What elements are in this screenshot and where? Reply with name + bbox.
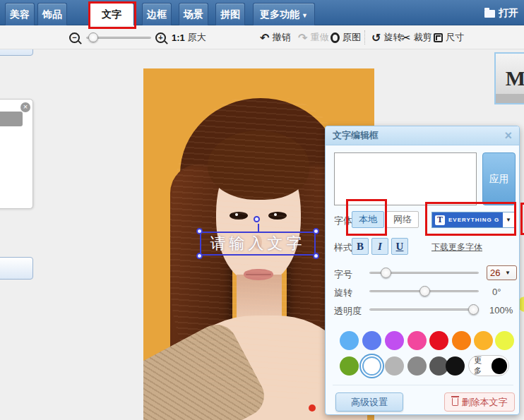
color-swatch[interactable] [446,356,465,376]
undo-button[interactable]: ↶ 撤销 [260,25,290,49]
font-dropdown-selection: T EVERYTHING G [432,212,503,227]
open-label: 打开 [499,7,518,20]
panel-header[interactable]: 文字编辑框 × [326,126,519,145]
color-swatch[interactable] [385,356,404,376]
tab-collage[interactable]: 拼图 [215,3,245,25]
tab-more-features[interactable]: 更多功能▼ [253,3,315,25]
original-label: 原图 [343,31,361,44]
resize-button[interactable]: 尺寸 [434,25,464,49]
color-swatch[interactable] [495,331,514,350]
chevron-down-icon: ▼ [302,12,308,19]
rotation-value: 0° [492,287,501,297]
trash-icon [452,398,458,406]
color-swatch[interactable] [407,331,427,350]
color-swatch[interactable] [385,331,404,350]
resize-handle-bl[interactable] [196,253,203,259]
original-icon [331,32,340,43]
undo-icon: ↶ [260,31,269,44]
text-edit-panel: 文字编辑框 × 应用 字体 本地 网络 T EVERYTHING G ▼ 样式 … [325,126,520,415]
opacity-slider[interactable] [369,308,479,311]
close-icon[interactable]: × [504,130,512,141]
redo-button[interactable]: ↷ 重做 [298,25,328,49]
panel-title: 文字编辑框 [333,129,504,142]
opacity-thumb[interactable] [468,304,479,315]
top-tab-bar: 美容 饰品 文字 边框 场景 拼图 更多功能▼ 打开 [0,0,524,25]
left-sidebar-button-bottom[interactable] [0,257,33,280]
color-swatch-selected[interactable] [362,356,381,376]
download-fonts-link[interactable]: 下载更多字体 [431,241,482,253]
underline-button[interactable]: U [391,238,408,255]
annotation-box-edge-fragment [520,203,524,235]
close-icon[interactable]: × [20,102,30,112]
bold-button[interactable]: B [352,238,369,255]
folder-icon [484,10,495,18]
more-colors-button[interactable]: 更多 [468,355,509,376]
font-size-label: 字号 [334,268,352,281]
italic-button[interactable]: I [371,238,388,255]
tab-text[interactable]: 文字 [89,3,134,25]
color-swatch[interactable] [362,331,381,350]
rotation-label: 旋转 [334,287,352,299]
opacity-label: 透明度 [334,305,362,318]
card-swatch[interactable] [0,112,23,126]
opacity-value: 100% [489,305,513,316]
zoom-slider[interactable] [86,37,151,39]
text-input[interactable] [334,152,477,205]
tab-decor[interactable]: 饰品 [37,3,67,25]
color-swatch[interactable] [429,331,448,350]
tab-border[interactable]: 边框 [142,3,172,25]
font-size-thumb[interactable] [381,268,391,278]
redo-label: 重做 [310,31,328,44]
crop-label: 裁剪 [413,31,431,44]
font-preview-tile[interactable]: M [494,52,524,104]
rotate-button[interactable]: ↺ 旋转 [371,25,402,49]
color-swatch[interactable] [407,356,427,376]
zoom-actual-label: 原大 [188,31,206,44]
tab-scene[interactable]: 场景 [179,3,208,25]
color-swatch[interactable] [340,356,359,376]
apply-button[interactable]: 应用 [482,152,516,205]
zoom-in-button[interactable]: + [155,25,166,49]
app-window: 美容 饰品 文字 边框 场景 拼图 更多功能▼ 打开 − + 1:1 原大 ↶ … [0,0,524,420]
text-overlay-selection[interactable]: 请输入文字 [200,232,316,256]
zoom-actual-button[interactable]: 1:1 原大 [172,25,206,49]
color-swatch[interactable] [340,331,359,350]
original-image-button[interactable]: 原图 [331,25,361,49]
rotation-stem [258,224,259,233]
undo-label: 撤销 [272,31,290,44]
font-size-dropdown[interactable]: 26 ▼ [487,265,517,280]
zoom-in-icon: + [155,32,166,43]
rotation-slider[interactable] [369,290,479,292]
style-label: 样式 [334,241,352,254]
resize-label: 尺寸 [446,31,464,44]
rotation-thumb[interactable] [419,286,430,296]
advanced-settings-button[interactable]: 高级设置 [335,392,403,412]
text-overlay[interactable]: 请输入文字 [201,233,314,254]
zoom-out-icon: − [69,32,80,43]
delete-text-label: 删除本文字 [462,396,508,409]
delete-text-button[interactable]: 删除本文字 [444,392,515,412]
color-swatch[interactable] [474,331,493,350]
font-local-button[interactable]: 本地 [352,211,384,228]
left-sidebar-card: × [0,99,33,209]
font-dropdown[interactable]: T EVERYTHING G ▼ [431,212,515,228]
zoom-out-button[interactable]: − [69,25,80,49]
crop-button[interactable]: ✂ 裁剪 [401,25,431,49]
font-label: 字体 [334,215,352,227]
rotate-handle[interactable] [254,216,260,222]
open-button[interactable]: 打开 [482,5,521,22]
chevron-down-icon: ▼ [502,270,513,276]
color-swatch[interactable] [452,331,471,350]
rotate-label: 旋转 [383,31,402,44]
font-size-slider[interactable] [369,272,479,274]
font-network-button[interactable]: 网络 [386,211,419,228]
more-colors-dot [492,358,507,374]
resize-handle-br[interactable] [313,253,319,259]
zoom-ratio: 1:1 [172,32,185,43]
more-colors-label: 更多 [474,355,489,376]
chevron-down-icon[interactable]: ▼ [503,217,514,223]
resize-handle-tl[interactable] [196,228,203,234]
resize-handle-tr[interactable] [313,228,319,234]
zoom-slider-thumb[interactable] [88,32,98,42]
tab-beauty[interactable]: 美容 [5,3,35,25]
